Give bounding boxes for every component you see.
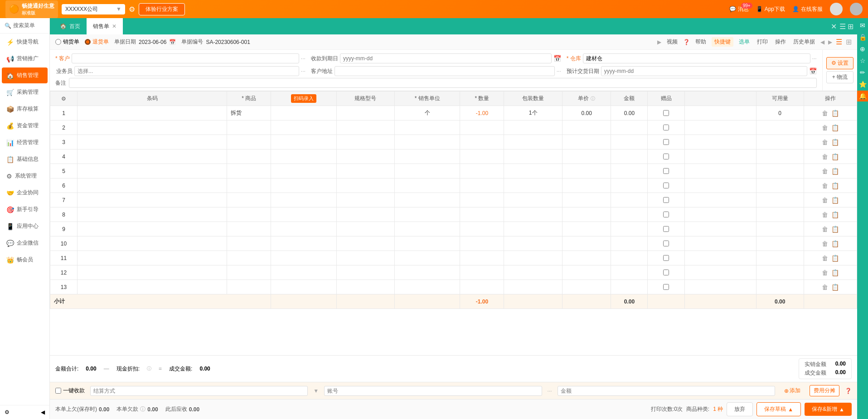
panel-btn-4[interactable]: ☆ [859, 55, 867, 66]
gift-checkbox[interactable] [663, 110, 669, 116]
row-barcode[interactable] [78, 106, 227, 120]
due-date-input[interactable] [340, 53, 552, 63]
row-barcode[interactable] [78, 164, 227, 178]
sidebar-item-enterprise[interactable]: 🤝 企业协同 [2, 185, 48, 201]
next-icon[interactable]: ▶ [828, 39, 832, 45]
delete-icon[interactable]: 🗑 [821, 182, 829, 189]
row-barcode[interactable] [78, 149, 227, 164]
sidebar-item-member[interactable]: 👑 畅会员 [2, 252, 48, 268]
expected-date-calendar[interactable]: 📅 [809, 67, 817, 75]
sidebar-search[interactable]: 🔍 搜索菜单 [0, 18, 49, 34]
sidebar-item-apps[interactable]: 📱 应用中心 [2, 218, 48, 234]
row-gift[interactable] [648, 207, 684, 222]
due-date-calendar[interactable]: 📅 [553, 55, 561, 62]
select-btn[interactable]: 选单 [737, 37, 752, 47]
print-btn[interactable]: 打印 [755, 37, 770, 47]
gift-checkbox[interactable] [663, 212, 669, 217]
gift-checkbox[interactable] [663, 139, 669, 145]
layout-icon1[interactable]: ☰ [839, 22, 846, 31]
amount-input[interactable] [558, 386, 775, 396]
barcode-input[interactable] [81, 226, 223, 232]
copy-icon[interactable]: 📋 [830, 226, 840, 233]
video-btn[interactable]: 视频 [665, 37, 679, 47]
barcode-input[interactable] [81, 139, 223, 145]
row-gift[interactable] [648, 193, 684, 207]
trial-btn[interactable]: 体验行业方案 [139, 3, 185, 15]
panel-btn-5[interactable]: ✏ [859, 67, 866, 78]
company-selector[interactable]: XXXXXX公司 ▼ [62, 4, 125, 14]
row-gift[interactable] [648, 149, 684, 164]
row-barcode[interactable] [78, 280, 227, 294]
delete-icon[interactable]: 🗑 [821, 139, 829, 146]
sidebar-item-purchase[interactable]: 🛒 采购管理 [2, 84, 48, 100]
app-download-btn[interactable]: 📱 App下载 [756, 5, 785, 13]
row-gift[interactable] [648, 164, 684, 178]
row-gift[interactable] [648, 106, 684, 120]
help-btn[interactable]: 帮助 [693, 37, 708, 47]
panel-btn-3[interactable]: ⊕ [859, 43, 866, 54]
address-dots[interactable]: ··· [557, 68, 561, 74]
remark-input[interactable] [69, 78, 817, 88]
history-btn[interactable]: 历史单据 [791, 37, 817, 47]
sidebar-item-finance[interactable]: 💰 资金管理 [2, 118, 48, 134]
row-gift[interactable] [648, 251, 684, 265]
sidebar-item-marketing[interactable]: 📢 营销推广 [2, 51, 48, 67]
row-barcode[interactable] [78, 120, 227, 135]
gift-checkbox[interactable] [663, 284, 669, 290]
gift-checkbox[interactable] [663, 241, 669, 246]
payment-help[interactable]: ❓ [845, 388, 852, 394]
copy-icon[interactable]: 📋 [830, 168, 840, 175]
gift-checkbox[interactable] [663, 154, 669, 159]
copy-icon[interactable]: 📋 [830, 211, 840, 218]
save-new-btn[interactable]: 保存&新增 ▲ [805, 403, 852, 416]
radio-sale[interactable]: 销货单 [55, 38, 79, 46]
scan-btn[interactable]: 扫码录入 [291, 94, 316, 103]
row-gift[interactable] [648, 222, 684, 236]
panel-btn-7[interactable]: 🔔 [857, 91, 868, 101]
barcode-input[interactable] [81, 255, 223, 261]
message-btn[interactable]: 💬 消息 99+ [729, 5, 749, 13]
panel-btn-2[interactable]: 🔒 [858, 32, 868, 43]
customer-address-input[interactable] [335, 66, 555, 76]
copy-icon[interactable]: 📋 [830, 182, 840, 189]
row-gift[interactable] [648, 265, 684, 280]
calc-method-input[interactable] [90, 386, 308, 396]
save-draft-btn[interactable]: 保存草稿 ▲ [756, 402, 801, 416]
row-barcode[interactable] [78, 207, 227, 222]
copy-icon[interactable]: 📋 [830, 255, 840, 262]
warehouse-input[interactable] [583, 53, 810, 63]
delete-icon[interactable]: 🗑 [821, 284, 829, 291]
delete-icon[interactable]: 🗑 [821, 153, 829, 160]
sidebar-item-inventory[interactable]: 📦 库存核算 [2, 101, 48, 117]
sidebar-item-basics[interactable]: 📋 基础信息 [2, 151, 48, 167]
barcode-input[interactable] [81, 183, 223, 189]
online-service-btn[interactable]: 👤 在线客服 [792, 5, 823, 13]
barcode-input[interactable] [81, 168, 223, 174]
add-payment-btn[interactable]: ⊕ 添加 [781, 385, 804, 396]
logistics-btn[interactable]: + 物流 [826, 71, 853, 83]
row-barcode[interactable] [78, 222, 227, 236]
row-gift[interactable] [648, 236, 684, 251]
delete-icon[interactable]: 🗑 [821, 168, 829, 175]
delete-icon[interactable]: 🗑 [821, 211, 829, 218]
delete-icon[interactable]: 🗑 [821, 240, 829, 247]
sidebar-item-quick-nav[interactable]: ⚡ 快捷导航 [2, 34, 48, 50]
gift-checkbox[interactable] [663, 270, 669, 275]
sidebar-item-operations[interactable]: 📊 经营管理 [2, 135, 48, 150]
barcode-input[interactable] [81, 270, 223, 276]
copy-icon[interactable]: 📋 [830, 124, 840, 131]
expected-date-input[interactable] [601, 66, 807, 76]
barcode-input[interactable] [81, 284, 223, 290]
row-barcode[interactable] [78, 265, 227, 280]
radio-sale-input[interactable] [55, 39, 61, 45]
one-click-payment[interactable]: 一键收款 [55, 387, 85, 395]
panel-btn-6[interactable]: ⭐ [858, 79, 868, 90]
row-barcode[interactable] [78, 135, 227, 149]
row-barcode[interactable] [78, 251, 227, 265]
row-gift[interactable] [648, 120, 684, 135]
calc-method-dropdown[interactable]: ▼ [313, 388, 319, 394]
row-barcode[interactable] [78, 178, 227, 193]
calendar-icon[interactable]: 📅 [169, 39, 176, 45]
copy-icon[interactable]: 📋 [830, 240, 840, 247]
delete-icon[interactable]: 🗑 [821, 255, 829, 262]
